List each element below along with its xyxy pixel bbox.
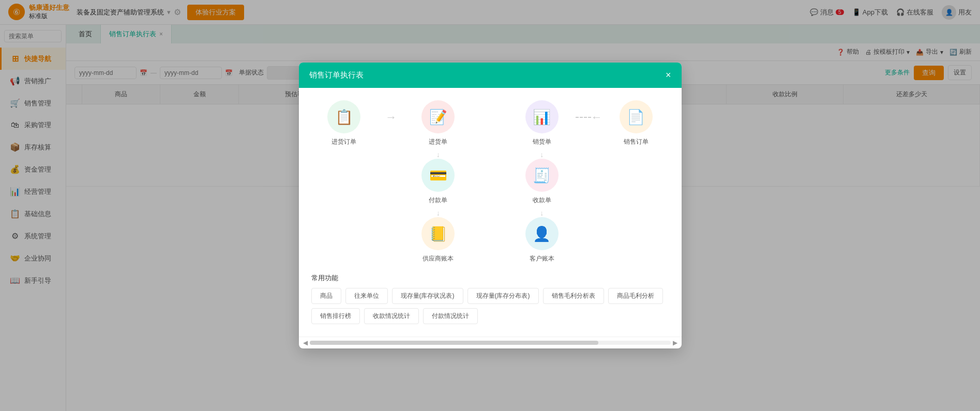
node-receipt-bill-label: 收款单 — [533, 196, 551, 205]
node-payment-bill-label: 付款单 — [429, 196, 447, 205]
btn-payment-stats[interactable]: 付款情况统计 — [423, 308, 478, 324]
node-receipt-bill[interactable]: 🧾 收款单 — [509, 159, 575, 205]
common-buttons-row2: 销售排行榜 收款情况统计 付款情况统计 — [311, 308, 669, 324]
node-supplier-icon: 📒 — [421, 217, 455, 250]
scrollbar-thumb — [310, 341, 598, 345]
btn-counterpart[interactable]: 往来单位 — [345, 288, 388, 304]
node-purchase-order[interactable]: 📋 进货订单 — [311, 100, 377, 146]
node-purchase-bill[interactable]: 📝 进货单 — [405, 100, 471, 146]
node-payment-bill[interactable]: 💳 付款单 — [405, 159, 471, 205]
down-arrow-payment: ↓ — [405, 209, 471, 217]
node-purchase-order-icon: 📋 — [327, 100, 360, 133]
node-customer-account-label: 客户账本 — [530, 254, 554, 263]
modal-close-button[interactable]: × — [666, 70, 671, 81]
modal-title: 销售订单执行表 — [309, 70, 364, 80]
node-payment-icon: 💳 — [421, 159, 455, 192]
common-functions-title: 常用功能 — [311, 273, 669, 283]
node-customer-account[interactable]: 👤 客户账本 — [509, 217, 575, 263]
btn-stock-status[interactable]: 现存量(库存状况表) — [392, 288, 463, 304]
scrollbar-track — [310, 341, 671, 345]
down-arrow-receipt: ↓ — [509, 209, 575, 217]
node-purchase-order-label: 进货订单 — [331, 138, 356, 146]
arrow-sales-order-to-bill: ← — [575, 100, 603, 124]
btn-goods[interactable]: 商品 — [311, 288, 341, 304]
node-sales-order-icon: 📄 — [620, 100, 653, 133]
node-sales-order[interactable]: 📄 销售订单 — [603, 100, 669, 146]
node-sales-order-label: 销售订单 — [624, 138, 649, 146]
btn-sales-rank[interactable]: 销售排行榜 — [311, 308, 360, 324]
btn-sales-profit[interactable]: 销售毛利分析表 — [543, 288, 604, 304]
node-customer-icon: 👤 — [525, 217, 559, 250]
modal-header: 销售订单执行表 × — [299, 63, 682, 88]
modal-body: 📋 进货订单 → 📝 进货单 — [299, 88, 682, 337]
btn-stock-dist[interactable]: 现存量(库存分布表) — [468, 288, 539, 304]
scroll-left-icon[interactable]: ◀ — [303, 339, 308, 346]
node-supplier-account[interactable]: 📒 供应商账本 — [405, 217, 471, 263]
btn-goods-profit[interactable]: 商品毛利分析 — [608, 288, 663, 304]
node-purchase-bill-icon: 📝 — [421, 100, 455, 133]
flow-modal: 销售订单执行表 × 📋 进货订单 → — [299, 63, 682, 348]
modal-overlay[interactable]: 销售订单执行表 × 📋 进货订单 → — [0, 0, 980, 411]
node-purchase-bill-label: 进货单 — [429, 138, 447, 146]
down-arrow-sales-bill: ↓ — [509, 150, 575, 159]
node-sales-bill[interactable]: 📊 销货单 — [509, 100, 575, 146]
common-buttons-row1: 商品 往来单位 现存量(库存状况表) 现存量(库存分布表) 销售毛利分析表 商品… — [311, 288, 669, 304]
scroll-right-icon[interactable]: ▶ — [673, 339, 677, 346]
node-sales-bill-label: 销货单 — [533, 138, 551, 146]
node-supplier-account-label: 供应商账本 — [423, 254, 454, 263]
down-arrow-purchase-bill: ↓ — [405, 150, 471, 159]
node-receipt-icon: 🧾 — [525, 159, 559, 192]
arrow-purchase-to-bill: → — [377, 100, 405, 124]
node-sales-bill-icon: 📊 — [525, 100, 559, 133]
btn-receipt-stats[interactable]: 收款情况统计 — [364, 308, 419, 324]
modal-scrollbar: ◀ ▶ — [299, 337, 682, 348]
common-functions-section: 常用功能 商品 往来单位 现存量(库存状况表) 现存量(库存分布表) 销售毛利分… — [311, 273, 669, 324]
